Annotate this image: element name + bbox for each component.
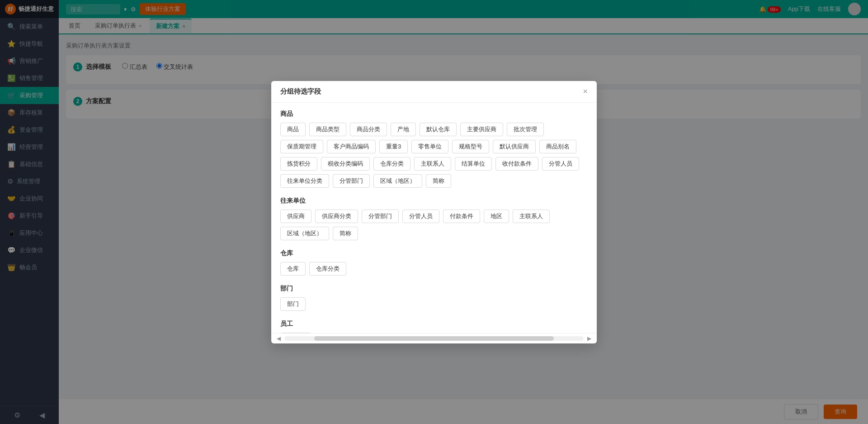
field-section-employee: 员工业务员	[280, 320, 588, 333]
field-tags-partner: 供应商供应商分类分管部门分管人员付款条件地区主联系人区域（地区）简称	[280, 210, 588, 240]
field-tag-goods-13[interactable]: 商品别名	[539, 140, 576, 153]
field-tag-goods-8[interactable]: 客户商品编码	[327, 140, 376, 153]
field-section-title-department: 部门	[280, 285, 588, 293]
field-tag-goods-12[interactable]: 默认供应商	[493, 140, 536, 153]
field-tag-partner-7[interactable]: 区域（地区）	[280, 227, 329, 240]
field-tag-partner-8[interactable]: 简称	[333, 227, 358, 240]
field-tag-goods-3[interactable]: 产地	[391, 123, 416, 136]
field-section-goods: 商品商品商品类型商品分类产地默认仓库主要供应商批次管理保质期管理客户商品编码重量…	[280, 110, 588, 188]
field-tag-partner-4[interactable]: 付款条件	[443, 210, 480, 223]
modal-header: 分组待选字段 ×	[271, 81, 597, 103]
field-tag-goods-1[interactable]: 商品类型	[309, 123, 346, 136]
modal-footer-scroll: ◀ ▶	[271, 333, 597, 343]
field-section-title-warehouse: 仓库	[280, 249, 588, 257]
scroll-thumb	[314, 336, 554, 341]
field-tag-goods-19[interactable]: 收付款条件	[495, 157, 538, 171]
field-section-department: 部门部门	[280, 285, 588, 311]
field-section-partner: 往来单位供应商供应商分类分管部门分管人员付款条件地区主联系人区域（地区）简称	[280, 197, 588, 240]
field-section-title-employee: 员工	[280, 320, 588, 328]
field-tag-goods-7[interactable]: 保质期管理	[280, 140, 323, 153]
field-tag-goods-14[interactable]: 拣货积分	[280, 157, 317, 171]
field-tag-goods-16[interactable]: 仓库分类	[373, 157, 410, 171]
modal-body: 商品商品商品类型商品分类产地默认仓库主要供应商批次管理保质期管理客户商品编码重量…	[271, 103, 597, 333]
field-section-warehouse: 仓库仓库仓库分类	[280, 249, 588, 276]
field-tag-partner-5[interactable]: 地区	[484, 210, 509, 223]
field-tag-goods-15[interactable]: 税收分类编码	[321, 157, 370, 171]
field-tag-goods-23[interactable]: 区域（地区）	[373, 174, 422, 188]
field-tag-warehouse-0[interactable]: 仓库	[280, 262, 306, 276]
modal-title: 分组待选字段	[280, 87, 321, 96]
field-tag-goods-21[interactable]: 往来单位分类	[280, 174, 329, 188]
field-tags-department: 部门	[280, 297, 588, 311]
field-tag-goods-20[interactable]: 分管人员	[542, 157, 579, 171]
field-tag-goods-17[interactable]: 主联系人	[414, 157, 451, 171]
modal-overlay: 分组待选字段 × 商品商品商品类型商品分类产地默认仓库主要供应商批次管理保质期管…	[0, 0, 868, 424]
field-tag-goods-22[interactable]: 分管部门	[333, 174, 370, 188]
field-tag-goods-10[interactable]: 零售单位	[411, 140, 448, 153]
field-tag-partner-1[interactable]: 供应商分类	[315, 210, 358, 223]
field-tag-goods-24[interactable]: 简称	[426, 174, 451, 188]
field-tag-warehouse-1[interactable]: 仓库分类	[309, 262, 346, 276]
scroll-right-arrow[interactable]: ▶	[585, 335, 593, 342]
field-tag-goods-11[interactable]: 规格型号	[452, 140, 489, 153]
field-tag-partner-3[interactable]: 分管人员	[402, 210, 439, 223]
field-tag-partner-0[interactable]: 供应商	[280, 210, 311, 223]
field-tag-goods-4[interactable]: 默认仓库	[420, 123, 457, 136]
field-tag-goods-18[interactable]: 结算单位	[455, 157, 492, 171]
field-tags-warehouse: 仓库仓库分类	[280, 262, 588, 276]
field-tag-goods-5[interactable]: 主要供应商	[460, 123, 503, 136]
field-select-modal: 分组待选字段 × 商品商品商品类型商品分类产地默认仓库主要供应商批次管理保质期管…	[271, 81, 597, 343]
field-tag-goods-9[interactable]: 重量3	[379, 140, 408, 153]
modal-close-button[interactable]: ×	[583, 87, 588, 95]
field-section-title-partner: 往来单位	[280, 197, 588, 205]
field-tag-partner-2[interactable]: 分管部门	[362, 210, 399, 223]
field-tag-goods-2[interactable]: 商品分类	[350, 123, 387, 136]
field-tag-department-0[interactable]: 部门	[280, 297, 306, 311]
scroll-track[interactable]	[284, 336, 584, 341]
field-section-title-goods: 商品	[280, 110, 588, 118]
field-tag-partner-6[interactable]: 主联系人	[513, 210, 550, 223]
scroll-left-arrow[interactable]: ◀	[275, 335, 283, 342]
field-tags-goods: 商品商品类型商品分类产地默认仓库主要供应商批次管理保质期管理客户商品编码重量3零…	[280, 123, 588, 188]
field-tag-goods-0[interactable]: 商品	[280, 123, 306, 136]
field-tag-goods-6[interactable]: 批次管理	[507, 123, 544, 136]
